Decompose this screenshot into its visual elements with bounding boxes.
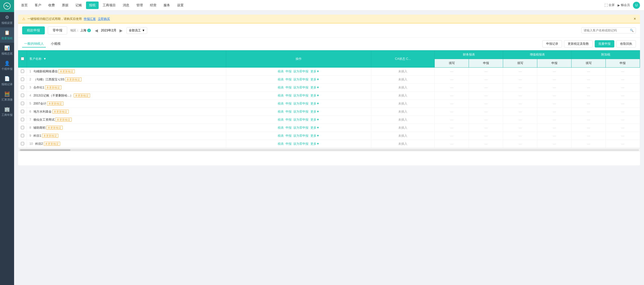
tax-table-button[interactable]: 税表 [277, 77, 284, 82]
set-zero-button[interactable]: 设为零申报 [293, 126, 309, 130]
row-checkbox[interactable] [21, 142, 24, 145]
sidebar-item-individual-tax[interactable]: 👤 个税申报 [0, 58, 14, 73]
sidebar-item-batch-tax[interactable]: 📋 批量报税 [0, 27, 14, 43]
nav-tax[interactable]: 报税 [86, 2, 99, 9]
region-label: 地区： 上海 i [70, 28, 91, 33]
prev-month-button[interactable]: ◀ [94, 28, 99, 33]
tab-tax-declaration[interactable]: 税款申报 [22, 26, 45, 34]
tax-table-button[interactable]: 税表 [277, 93, 284, 98]
set-zero-button[interactable]: 设为零申报 [293, 93, 309, 98]
horizontal-scrollbar[interactable] [18, 148, 640, 152]
nav-message[interactable]: 消息 [120, 2, 132, 9]
declaration-records-button[interactable]: 申报记录 [542, 40, 562, 48]
operations-cell: 税表 申报 设为零申报 更多▼ [226, 84, 371, 92]
retrieve-receipt-button[interactable]: 收取回执 [616, 40, 636, 48]
apply-link[interactable]: 申报汇签 [84, 17, 96, 21]
row-checkbox[interactable] [21, 102, 24, 105]
set-zero-button[interactable]: 设为零申报 [293, 134, 309, 138]
tax-report-cell: — [537, 124, 572, 132]
nav-manage[interactable]: 管理 [133, 2, 146, 9]
member-button[interactable]: ▶ 畅会员 [618, 3, 630, 7]
more-button[interactable]: 更多▼ [310, 134, 320, 138]
more-button[interactable]: 更多▼ [310, 142, 320, 146]
nav-accounting[interactable]: 记账 [72, 2, 85, 9]
nav-operation[interactable]: 经营 [147, 2, 159, 9]
set-zero-button[interactable]: 设为零申报 [293, 85, 309, 90]
tax-table-button[interactable]: 税表 [277, 134, 284, 138]
nav-business[interactable]: 工商项目 [100, 2, 119, 9]
financial-fill-cell: — [435, 116, 469, 124]
sort-icon[interactable]: ▼ [43, 57, 46, 61]
update-tax-button[interactable]: 更新税定及取数 [564, 40, 593, 48]
nav-customer[interactable]: 客户 [32, 2, 44, 9]
tax-table-button[interactable]: 税表 [277, 102, 284, 106]
set-zero-button[interactable]: 设为零申报 [293, 77, 309, 82]
financial-report-cell: — [469, 124, 503, 132]
more-button[interactable]: 更多▼ [310, 77, 320, 82]
sidebar-item-business-annual[interactable]: 🏢 工商年报 [0, 104, 14, 119]
more-button[interactable]: 更多▼ [310, 102, 320, 106]
tax-table-button[interactable]: 税表 [277, 142, 284, 146]
avatar[interactable]: U [633, 2, 640, 9]
search-input[interactable] [584, 29, 629, 32]
row-number: 2 [29, 78, 31, 81]
declare-button[interactable]: 申报 [285, 118, 292, 122]
tax-table-button[interactable]: 税表 [277, 110, 284, 114]
fullscreen-button[interactable]: ⛶ 全屏 [605, 3, 615, 7]
nav-settings[interactable]: 设置 [174, 2, 187, 9]
set-zero-button[interactable]: 设为零申报 [293, 102, 309, 106]
declare-button[interactable]: 申报 [285, 126, 292, 130]
more-button[interactable]: 更多▼ [310, 93, 320, 98]
more-button[interactable]: 更多▼ [310, 85, 320, 90]
tax-table-button[interactable]: 税表 [277, 118, 284, 122]
declare-button[interactable]: 申报 [285, 69, 292, 74]
scroll-thumb[interactable] [20, 149, 70, 151]
row-checkbox[interactable] [21, 78, 24, 81]
buy-link[interactable]: 立即购买 [98, 17, 110, 21]
row-checkbox[interactable] [21, 118, 24, 121]
employee-select[interactable]: 全部员工 ▼ [127, 27, 147, 34]
tax-table-button[interactable]: 税表 [277, 126, 284, 130]
sidebar-item-calculation[interactable]: 🧮 汇算清缴 [0, 89, 14, 104]
row-checkbox[interactable] [21, 94, 24, 97]
set-zero-button[interactable]: 设为零申报 [293, 110, 309, 114]
nav-service[interactable]: 服务 [160, 2, 173, 9]
sidebar-item-tax-overview[interactable]: 📊 报税总览 [0, 43, 14, 58]
declare-button[interactable]: 申报 [285, 110, 292, 114]
declare-button[interactable]: 申报 [285, 102, 292, 106]
declare-button[interactable]: 申报 [285, 85, 292, 90]
row-checkbox[interactable] [21, 110, 24, 113]
more-button[interactable]: 更多▼ [310, 126, 320, 130]
tax-fill-cell: — [503, 68, 537, 76]
banner-close-button[interactable]: × [634, 17, 636, 21]
tax-table-button[interactable]: 税表 [277, 85, 284, 90]
set-zero-button[interactable]: 设为零申报 [293, 118, 309, 122]
nav-billing[interactable]: 收费 [45, 2, 58, 9]
more-button[interactable]: 更多▼ [310, 118, 320, 122]
next-month-button[interactable]: ▶ [118, 28, 124, 33]
sidebar-item-tax-settings[interactable]: ⚙ 报税设置 [0, 12, 14, 27]
select-all-checkbox[interactable] [21, 57, 24, 60]
nav-invoice[interactable]: 票据 [59, 2, 71, 9]
tab-small-scale[interactable]: 小规模 [49, 40, 63, 48]
set-zero-button[interactable]: 设为零申报 [293, 142, 309, 146]
current-date: 2023年2月 [101, 28, 116, 33]
declare-button[interactable]: 申报 [285, 134, 292, 138]
tax-table-button[interactable]: 税表 [277, 69, 284, 74]
row-checkbox[interactable] [21, 86, 24, 89]
declare-button[interactable]: 申报 [285, 142, 292, 146]
row-checkbox[interactable] [21, 134, 24, 137]
more-button[interactable]: 更多▼ [310, 110, 320, 114]
row-checkbox[interactable] [21, 70, 24, 73]
row-checkbox[interactable] [21, 126, 24, 129]
tab-zero-declaration[interactable]: 零申报 [48, 26, 67, 34]
search-icon[interactable]: 🔍 [630, 29, 634, 32]
tab-general-taxpayer[interactable]: 一般的纳税人 [22, 40, 46, 48]
batch-declaration-button[interactable]: 批量申报 [595, 40, 614, 48]
sidebar-item-tax-records[interactable]: 📄 报税记录 [0, 73, 14, 89]
declare-button[interactable]: 申报 [285, 77, 292, 82]
nav-home[interactable]: 首页 [18, 2, 31, 9]
declare-button[interactable]: 申报 [285, 93, 292, 98]
more-button[interactable]: 更多▼ [310, 69, 320, 74]
set-zero-button[interactable]: 设为零申报 [293, 69, 309, 74]
